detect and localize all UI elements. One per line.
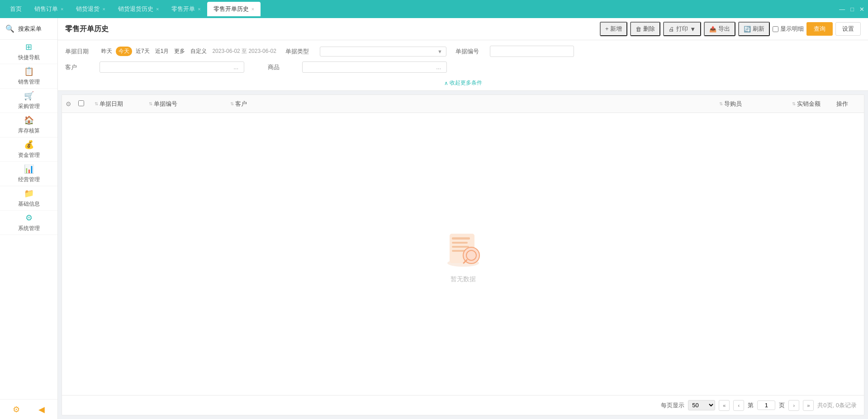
custom-btn[interactable]: 自定义 <box>189 47 209 56</box>
sidebar-bottom: ⚙ ◀ <box>0 399 57 419</box>
bill-no-input[interactable] <box>490 46 574 57</box>
finance-mgmt-icon: 💰 <box>24 140 34 150</box>
customer-input-wrap: ... <box>100 61 244 73</box>
sidebar-item-basic-info[interactable]: 📁 基础信息 <box>0 186 57 211</box>
minimize-btn[interactable]: — <box>839 6 845 13</box>
table-settings-btn[interactable]: ⚙ <box>66 100 78 108</box>
svg-rect-2 <box>452 237 470 240</box>
sidebar-item-business-mgmt[interactable]: 📊 经营管理 <box>0 162 57 186</box>
goods-input-wrap: ... <box>302 61 447 73</box>
last7days-btn[interactable]: 近7天 <box>134 47 152 56</box>
sidebar-item-inventory-label: 库存核算 <box>18 127 40 135</box>
bill-type-select[interactable]: ▼ <box>320 47 446 56</box>
setup-button[interactable]: 设置 <box>835 22 861 36</box>
query-label: 查询 <box>814 25 825 32</box>
sidebar-collapse-btn[interactable]: ◀ <box>38 405 45 414</box>
page-input[interactable] <box>757 400 775 410</box>
more-btn[interactable]: 更多 <box>172 47 187 56</box>
purchase-mgmt-icon: 🛒 <box>24 91 34 101</box>
th-customer-label: 客户 <box>235 100 247 108</box>
goods-label: 商品 <box>268 63 293 71</box>
display-detail-input[interactable] <box>773 26 778 32</box>
th-customer: ⇅ 客户 <box>227 100 716 108</box>
print-icon: 🖨 <box>669 26 674 33</box>
maximize-btn[interactable]: □ <box>850 6 854 13</box>
goods-dots[interactable]: ... <box>434 64 443 71</box>
today-btn[interactable]: 今天 <box>116 47 132 56</box>
sidebar-settings-btn[interactable]: ⚙ <box>13 405 20 414</box>
sidebar-item-inventory[interactable]: 🏠 库存核算 <box>0 113 57 137</box>
sidebar-item-quick-nav[interactable]: ⊞ 快捷导航 <box>0 40 57 64</box>
refresh-button[interactable]: 🔄 刷新 <box>738 22 770 36</box>
th-sort-billno-icon[interactable]: ⇅ <box>149 101 152 106</box>
quick-nav-icon: ⊞ <box>25 42 32 52</box>
query-button[interactable]: 查询 <box>806 22 833 36</box>
th-sort-guide-icon[interactable]: ⇅ <box>719 101 723 106</box>
delete-button[interactable]: 🗑 删除 <box>630 22 660 36</box>
tab-sales-return-close[interactable]: × <box>102 6 105 12</box>
date-range-display: 2023-06-02 至 2023-06-02 <box>212 47 276 55</box>
last-page-btn[interactable]: » <box>803 400 814 411</box>
system-mgmt-icon: ⚙ <box>25 213 33 223</box>
add-button[interactable]: + 新增 <box>600 22 627 36</box>
display-detail-checkbox[interactable]: 显示明细 <box>773 25 804 33</box>
setup-label: 设置 <box>842 25 854 32</box>
display-label: 显示明细 <box>780 25 804 33</box>
sidebar-item-sales-mgmt[interactable]: 📋 销售管理 <box>0 64 57 89</box>
window-controls: — □ ✕ <box>839 6 864 13</box>
svg-rect-4 <box>452 246 469 248</box>
print-button[interactable]: 🖨 打印 ▼ <box>663 22 701 36</box>
collapse-btn[interactable]: ∧ 收起更多条件 <box>444 79 482 87</box>
tab-sales-order[interactable]: 销售订单 × <box>28 2 70 16</box>
sales-mgmt-icon: 📋 <box>24 66 34 76</box>
export-button[interactable]: 📤 导出 <box>704 22 735 36</box>
page-size-select[interactable]: 50 10 20 100 <box>688 400 715 410</box>
tab-sales-return-history-close[interactable]: × <box>156 6 159 12</box>
svg-rect-3 <box>452 242 468 244</box>
th-amount: ⇅ 实销金额 <box>770 100 824 108</box>
th-sort-amount-icon[interactable]: ⇅ <box>792 101 796 106</box>
page-title: 零售开单历史 <box>65 24 600 34</box>
refresh-icon: 🔄 <box>744 26 751 33</box>
customer-dots[interactable]: ... <box>232 64 240 71</box>
close-btn[interactable]: ✕ <box>859 6 864 13</box>
th-date-label: 单据日期 <box>100 100 123 108</box>
first-page-btn[interactable]: « <box>719 400 730 411</box>
refresh-label: 刷新 <box>753 25 764 33</box>
last1month-btn[interactable]: 近1月 <box>153 47 171 56</box>
goods-input[interactable] <box>306 64 434 71</box>
tab-retail-open-close[interactable]: × <box>198 6 200 12</box>
select-all-checkbox[interactable] <box>78 100 84 106</box>
sidebar-item-finance-mgmt[interactable]: 💰 资金管理 <box>0 137 57 162</box>
customer-input[interactable] <box>104 64 232 71</box>
sidebar-item-quick-nav-label: 快捷导航 <box>18 54 40 61</box>
content-area: 零售开单历史 + 新增 🗑 删除 🖨 打印 ▼ 📤 导出 <box>58 18 868 419</box>
sidebar-item-purchase-mgmt[interactable]: 🛒 采购管理 <box>0 89 57 113</box>
sidebar-search[interactable]: 🔍 搜索采单 <box>0 18 57 40</box>
export-label: 导出 <box>718 25 730 33</box>
tab-sales-return[interactable]: 销货退货 × <box>70 2 111 16</box>
tab-retail-history[interactable]: 零售开单历史 × <box>207 2 261 16</box>
th-sort-date-icon[interactable]: ⇅ <box>95 101 98 106</box>
export-icon: 📤 <box>709 26 716 33</box>
page-total: 共0页, 0条记录 <box>817 401 857 410</box>
prev-page-btn[interactable]: ‹ <box>733 400 744 411</box>
table-select-all[interactable] <box>78 100 91 108</box>
sidebar: 🔍 搜索采单 ⊞ 快捷导航 📋 销售管理 🛒 采购管理 🏠 库存核算 💰 资金管… <box>0 18 58 419</box>
page-size-label: 每页显示 <box>661 401 684 410</box>
th-billno-label: 单据编号 <box>154 100 177 108</box>
filter-area: 单据日期 昨天 今天 近7天 近1月 更多 自定义 2023-06-02 至 2… <box>58 40 868 91</box>
sidebar-item-system-mgmt[interactable]: ⚙ 系统管理 <box>0 211 57 235</box>
sidebar-item-system-mgmt-label: 系统管理 <box>18 225 40 232</box>
th-sort-customer-icon[interactable]: ⇅ <box>230 101 234 106</box>
tab-retail-open[interactable]: 零售开单 × <box>165 2 207 16</box>
date-label: 单据日期 <box>65 47 90 56</box>
next-page-btn[interactable]: › <box>788 400 799 411</box>
sidebar-item-basic-info-label: 基础信息 <box>18 200 40 208</box>
yesterday-btn[interactable]: 昨天 <box>100 47 114 56</box>
sidebar-item-finance-mgmt-label: 资金管理 <box>18 151 40 159</box>
tab-retail-history-close[interactable]: × <box>251 6 254 12</box>
tab-sales-return-history[interactable]: 销货退货历史 × <box>112 2 165 16</box>
tab-home[interactable]: 首页 <box>4 2 28 16</box>
tab-sales-order-close[interactable]: × <box>61 6 63 12</box>
